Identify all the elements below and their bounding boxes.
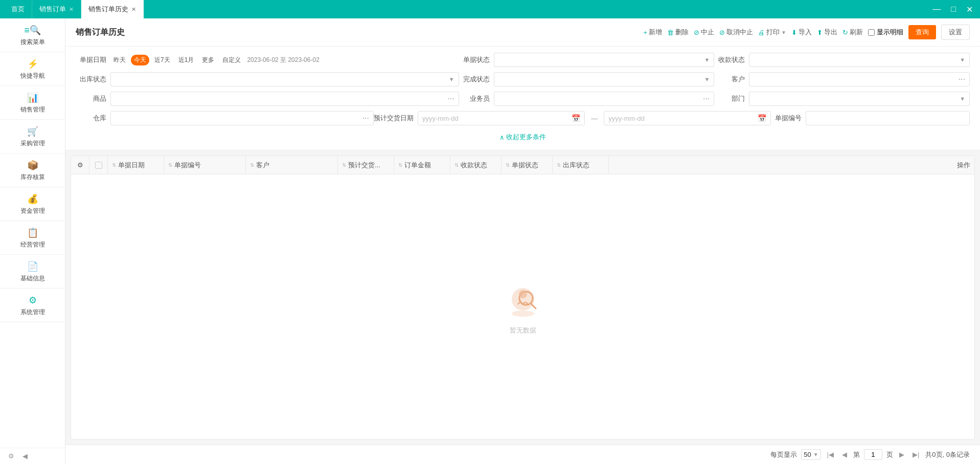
order-sort-icon: ⇅ xyxy=(168,162,172,168)
product-input[interactable]: ··· xyxy=(110,92,459,106)
tab-sales-order-close[interactable]: ✕ xyxy=(69,6,74,13)
calendar-to-icon[interactable]: 📅 xyxy=(758,114,766,122)
cancel-stop-button[interactable]: ⊘ 取消中止 xyxy=(719,28,753,37)
sidebar-item-search-menu[interactable]: ≡🔍 搜索菜单 xyxy=(0,18,65,52)
tab-sales-order-history-close[interactable]: ✕ xyxy=(131,6,136,13)
sidebar-item-sales-mgmt-label: 销售管理 xyxy=(20,105,45,114)
sidebar-item-purchase-mgmt[interactable]: 🛒 采购管理 xyxy=(0,120,65,153)
sidebar-item-capital-mgmt[interactable]: 💰 资金管理 xyxy=(0,187,65,221)
th-amount[interactable]: ⇅ 订单金额 xyxy=(394,156,450,174)
filter-delivery-date: 预计交货日期 yyyy-mm-dd 📅 — yyyy-mm-dd 📅 xyxy=(374,111,771,125)
product-dots[interactable]: ··· xyxy=(447,94,454,103)
sidebar-item-quick-nav[interactable]: ⚡ 快捷导航 xyxy=(0,52,65,86)
tab-home[interactable]: 首页 xyxy=(4,0,32,18)
delete-button[interactable]: 🗑 删除 xyxy=(667,28,689,37)
collapse-conditions[interactable]: ∧ 收起更多条件 xyxy=(76,130,970,144)
display-columns-checkbox[interactable] xyxy=(868,29,875,36)
export-button[interactable]: ⬆ 导出 xyxy=(817,28,837,37)
sales-mgmt-icon: 📊 xyxy=(27,92,38,103)
salesperson-input[interactable]: ··· xyxy=(494,92,715,106)
filter-customer: 客户 ··· xyxy=(714,72,970,86)
outbound-status-select[interactable]: ▼ xyxy=(110,72,459,86)
doc-number-label: 单据编号 xyxy=(771,114,802,123)
th-order-no[interactable]: ⇅ 单据编号 xyxy=(164,156,246,174)
sidebar-item-system-mgmt[interactable]: ⚙ 系统管理 xyxy=(0,289,65,322)
collapse-up-icon: ∧ xyxy=(499,134,505,141)
receipt-status-chevron: ▼ xyxy=(960,57,965,63)
pagination: 每页显示 50 ▼ |◀ ◀ 第 页 ▶ ▶| 共0页, 0条记录 xyxy=(65,445,980,464)
minimize-btn[interactable]: — xyxy=(929,4,944,15)
receipt-status-select[interactable]: ▼ xyxy=(749,53,970,67)
new-button[interactable]: + 新增 xyxy=(644,28,663,37)
filter-department: 部门 ▼ xyxy=(714,92,970,106)
sidebar-collapse-icon[interactable]: ◀ xyxy=(22,452,28,460)
stop-button[interactable]: ⊘ 中止 xyxy=(694,28,714,37)
date-tab-custom[interactable]: 自定义 xyxy=(219,55,244,65)
receipt-status-label: 收款状态 xyxy=(714,55,745,64)
delivery-date-to[interactable]: yyyy-mm-dd 📅 xyxy=(604,111,771,125)
date-filter-group: 昨天 今天 近7天 近1月 更多 自定义 2023-06-02 至 2023-0… xyxy=(110,55,459,65)
maximize-btn[interactable]: □ xyxy=(948,4,959,15)
print-arrow-icon: ▼ xyxy=(781,30,786,35)
collapse-label: 收起更多条件 xyxy=(506,132,546,142)
tab-sales-order[interactable]: 销售订单 ✕ xyxy=(32,0,81,18)
per-page-chevron: ▼ xyxy=(813,452,818,457)
date-tab-yesterday[interactable]: 昨天 xyxy=(110,55,129,65)
page-suffix: 页 xyxy=(886,450,893,459)
next-page-btn[interactable]: ▶ xyxy=(897,450,906,459)
close-btn[interactable]: ✕ xyxy=(963,4,976,15)
print-button[interactable]: 🖨 打印 ▼ xyxy=(758,28,786,37)
per-page-label: 每页显示 xyxy=(770,450,797,459)
sidebar-item-sales-mgmt[interactable]: 📊 销售管理 xyxy=(0,86,65,120)
date-tab-7days[interactable]: 近7天 xyxy=(151,55,173,65)
salesperson-dots[interactable]: ··· xyxy=(703,94,710,103)
table-area: ⚙ ⇅ 单据日期 ⇅ 单据编号 ⇅ 客户 ⇅ xyxy=(71,156,975,439)
settings-button[interactable]: 设置 xyxy=(941,25,970,40)
date-tab-more[interactable]: 更多 xyxy=(199,55,217,65)
sidebar-item-inventory-label: 库存核算 xyxy=(20,173,45,182)
first-page-btn[interactable]: |◀ xyxy=(825,450,836,459)
warehouse-dots[interactable]: ··· xyxy=(362,114,369,123)
delivery-date-from-placeholder: yyyy-mm-dd xyxy=(422,115,459,122)
th-outbound[interactable]: ⇅ 出库状态 xyxy=(553,156,609,174)
th-settings[interactable]: ⚙ xyxy=(71,156,89,174)
delivery-date-to-placeholder: yyyy-mm-dd xyxy=(608,115,645,122)
calendar-from-icon[interactable]: 📅 xyxy=(572,114,580,122)
customer-input[interactable]: ··· xyxy=(749,72,970,86)
complete-status-select[interactable]: ▼ xyxy=(494,72,715,86)
warehouse-label: 仓库 xyxy=(76,114,106,123)
doc-status-select[interactable]: ▼ xyxy=(494,53,715,67)
sidebar-item-operations-mgmt[interactable]: 📋 经营管理 xyxy=(0,221,65,255)
last-page-btn[interactable]: ▶| xyxy=(910,450,921,459)
th-doc-status[interactable]: ⇅ 单据状态 xyxy=(502,156,553,174)
th-date[interactable]: ⇅ 单据日期 xyxy=(108,156,164,174)
th-delivery[interactable]: ⇅ 预计交货... xyxy=(338,156,394,174)
tab-home-label: 首页 xyxy=(11,5,25,14)
prev-page-btn[interactable]: ◀ xyxy=(840,450,849,459)
query-button[interactable]: 查询 xyxy=(908,25,936,39)
page-input[interactable] xyxy=(864,449,882,460)
tab-sales-order-history[interactable]: 销售订单历史 ✕ xyxy=(81,0,144,18)
doc-number-input[interactable] xyxy=(806,111,970,125)
sidebar-item-basic-info[interactable]: 📄 基础信息 xyxy=(0,255,65,289)
select-all-checkbox[interactable] xyxy=(95,162,102,169)
refresh-button[interactable]: ↻ 刷新 xyxy=(842,28,863,37)
quick-nav-icon: ⚡ xyxy=(27,58,38,70)
sidebar-settings-icon[interactable]: ⚙ xyxy=(8,452,14,460)
department-select[interactable]: ▼ xyxy=(749,92,970,106)
sidebar-item-operations-mgmt-label: 经营管理 xyxy=(20,240,45,249)
import-button[interactable]: ⬇ 导入 xyxy=(791,28,812,37)
delivery-date-from[interactable]: yyyy-mm-dd 📅 xyxy=(418,111,585,125)
warehouse-input[interactable]: ··· xyxy=(110,111,374,125)
per-page-select[interactable]: 50 ▼ xyxy=(801,449,821,460)
date-tab-1month[interactable]: 近1月 xyxy=(175,55,197,65)
th-customer[interactable]: ⇅ 客户 xyxy=(246,156,338,174)
basic-info-icon: 📄 xyxy=(27,261,38,272)
customer-dots[interactable]: ··· xyxy=(959,75,965,84)
th-payment[interactable]: ⇅ 收款状态 xyxy=(450,156,502,174)
date-tab-today[interactable]: 今天 xyxy=(131,55,149,65)
sidebar-item-system-mgmt-label: 系统管理 xyxy=(20,308,45,317)
sidebar-item-inventory[interactable]: 📦 库存核算 xyxy=(0,153,65,187)
th-checkbox[interactable] xyxy=(89,156,108,174)
date-tabs: 昨天 今天 近7天 近1月 更多 自定义 xyxy=(110,55,244,65)
